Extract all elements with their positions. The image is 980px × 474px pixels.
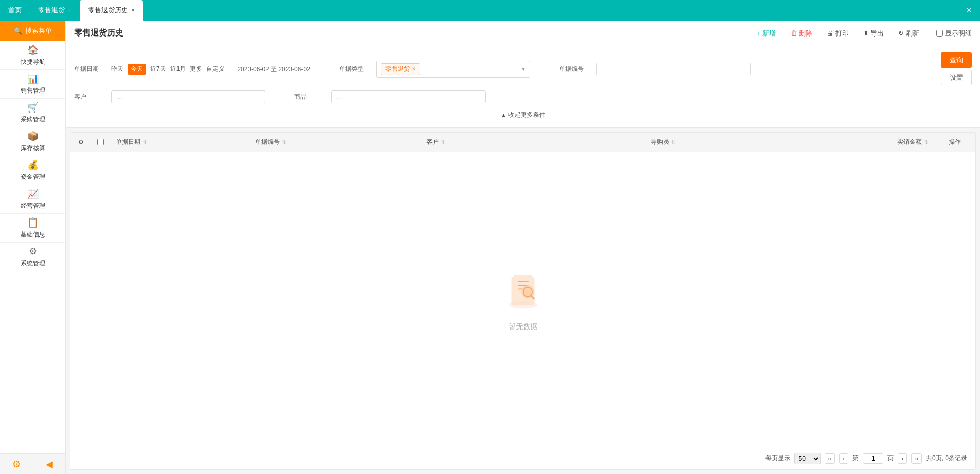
page-header: 零售退货历史 + 新增 🗑 删除 🖨 打印 ⬆ 导出 ↻ 刷新 显示明细 xyxy=(66,21,980,46)
tab-retail-return-close[interactable]: × xyxy=(68,7,72,14)
customer-input[interactable]: ... xyxy=(111,90,265,103)
sidebar-item-finance[interactable]: 💰 资金管理 xyxy=(0,156,65,185)
query-setting-buttons: 查询 设置 xyxy=(941,52,972,85)
goods-filter-label: 商品 xyxy=(294,93,323,101)
sidebar-label-operation: 经营管理 xyxy=(21,202,45,210)
inventory-icon: 📦 xyxy=(27,131,39,142)
sidebar-label-sales-mgmt: 销售管理 xyxy=(21,86,45,95)
operation-icon: 📈 xyxy=(27,188,39,199)
collapse-up-icon: ▲ xyxy=(501,112,507,119)
first-page-button[interactable]: « xyxy=(825,453,835,464)
finance-icon: 💰 xyxy=(27,159,39,171)
tab-retail-return[interactable]: 零售退货 × xyxy=(30,0,80,21)
th-action: 操作 xyxy=(934,133,975,152)
doc-type-tag-close[interactable]: × xyxy=(412,65,416,72)
doc-type-chevron: ▼ xyxy=(521,66,526,72)
sidebar-item-operation[interactable]: 📈 经营管理 xyxy=(0,185,65,214)
table-area: ⚙ 单据日期 ⇅ 单据编号 ⇅ 客户 ⇅ 导购员 xyxy=(70,132,976,470)
content-area: 零售退货历史 + 新增 🗑 删除 🖨 打印 ⬆ 导出 ↻ 刷新 显示明细 单据日… xyxy=(66,21,980,474)
th-number[interactable]: 单据编号 ⇅ xyxy=(249,133,420,152)
close-all-tabs[interactable]: × xyxy=(966,5,972,16)
doc-type-tag: 零售退货 × xyxy=(381,63,420,75)
page-size-label: 每页显示 xyxy=(765,454,790,463)
page-label: 第 xyxy=(852,454,859,463)
last-page-button[interactable]: » xyxy=(911,453,922,464)
collapse-filter-btn[interactable]: ▲ 收起更多条件 xyxy=(74,108,972,121)
query-button[interactable]: 查询 xyxy=(941,52,972,68)
sidebar-search-label: 搜索菜单 xyxy=(25,26,52,35)
tab-bar: 首页 零售退货 × 零售退货历史 × × xyxy=(0,0,980,21)
collapse-sidebar-icon[interactable]: ◀ xyxy=(46,459,53,470)
table-header: ⚙ 单据日期 ⇅ 单据编号 ⇅ 客户 ⇅ 导购员 xyxy=(70,133,975,152)
empty-state: 暂无数据 xyxy=(70,152,975,447)
system-mgmt-icon: ⚙ xyxy=(29,246,37,257)
page-size-select[interactable]: 10 20 50 100 xyxy=(794,453,821,464)
page-unit: 页 xyxy=(887,454,894,463)
print-button[interactable]: 🖨 打印 xyxy=(823,27,853,40)
filter-row-2: 客户 ... 商品 ... xyxy=(74,90,972,103)
sidebar-label-basic-info: 基础信息 xyxy=(21,230,45,239)
show-detail-input[interactable] xyxy=(936,30,943,37)
date-more[interactable]: 更多 xyxy=(190,65,202,74)
page-number-input[interactable] xyxy=(863,453,883,464)
empty-text: 暂无数据 xyxy=(509,322,538,332)
refresh-button[interactable]: ↻ 刷新 xyxy=(894,27,923,40)
tab-home[interactable]: 首页 xyxy=(0,0,30,21)
page-title: 零售退货历史 xyxy=(74,28,123,39)
th-date[interactable]: 单据日期 ⇅ xyxy=(110,133,249,152)
sidebar-item-inventory[interactable]: 📦 库存核算 xyxy=(0,127,65,156)
date-range-text: 2023-06-02 至 2023-06-02 xyxy=(237,65,310,74)
tab-retail-return-history-close[interactable]: × xyxy=(131,7,135,14)
type-filter-label: 单据类型 xyxy=(339,65,368,74)
sidebar-item-basic-info[interactable]: 📋 基础信息 xyxy=(0,214,65,243)
date-today[interactable]: 今天 xyxy=(128,64,146,75)
settings-bottom-icon[interactable]: ⚙ xyxy=(12,459,21,470)
date-7days[interactable]: 近7天 xyxy=(150,65,166,74)
th-amount[interactable]: 实销金额 ⇅ xyxy=(816,133,934,152)
date-range-display: 2023-06-02 至 2023-06-02 xyxy=(237,64,310,74)
new-button[interactable]: + 新增 xyxy=(753,27,780,40)
sidebar-label-purchase-mgmt: 采购管理 xyxy=(21,115,45,124)
date-custom[interactable]: 自定义 xyxy=(206,65,225,74)
th-customer[interactable]: 客户 ⇅ xyxy=(420,133,645,152)
export-button[interactable]: ⬆ 导出 xyxy=(859,27,888,40)
show-detail-checkbox[interactable]: 显示明细 xyxy=(936,29,972,38)
guide-sort-icon: ⇅ xyxy=(671,139,675,145)
goods-input[interactable]: ... xyxy=(331,90,486,103)
tab-retail-return-history[interactable]: 零售退货历史 × xyxy=(80,0,143,21)
number-filter-label: 单据编号 xyxy=(559,65,588,74)
sidebar-item-purchase-mgmt[interactable]: 🛒 采购管理 xyxy=(0,99,65,127)
customer-filter-label: 客户 xyxy=(74,93,103,101)
delete-button[interactable]: 🗑 删除 xyxy=(787,27,817,40)
th-guide[interactable]: 导购员 ⇅ xyxy=(645,133,816,152)
sidebar-item-system-mgmt[interactable]: ⚙ 系统管理 xyxy=(0,243,65,271)
customer-sort-icon: ⇅ xyxy=(441,139,445,145)
select-all-checkbox[interactable] xyxy=(97,139,104,145)
date-1month[interactable]: 近1月 xyxy=(170,65,186,74)
next-page-button[interactable]: › xyxy=(898,453,907,464)
sidebar-item-quick-nav[interactable]: 🏠 快捷导航 xyxy=(0,41,65,70)
sidebar-nav: 🏠 快捷导航 📊 销售管理 🛒 采购管理 📦 库存核算 💰 资金管理 📈 xyxy=(0,41,65,453)
date-yesterday[interactable]: 昨天 xyxy=(111,65,123,74)
sidebar-label-system-mgmt: 系统管理 xyxy=(21,259,45,268)
prev-page-button[interactable]: ‹ xyxy=(839,453,848,464)
empty-icon xyxy=(500,268,546,314)
doc-number-input[interactable] xyxy=(596,63,751,75)
sidebar-label-finance: 资金管理 xyxy=(21,173,45,181)
setting-button[interactable]: 设置 xyxy=(941,70,972,85)
sidebar-label-quick-nav: 快捷导航 xyxy=(21,58,45,66)
search-icon: 🔍 xyxy=(14,27,22,35)
pagination: 每页显示 10 20 50 100 « ‹ 第 页 › » 共0页, 0条记录 xyxy=(70,447,975,469)
sidebar-search[interactable]: 🔍 搜索菜单 xyxy=(0,21,65,41)
sidebar-label-inventory: 库存核算 xyxy=(21,144,45,153)
amount-sort-icon: ⇅ xyxy=(924,139,928,145)
sidebar-item-sales-mgmt[interactable]: 📊 销售管理 xyxy=(0,70,65,99)
number-sort-icon: ⇅ xyxy=(282,139,286,145)
doc-type-select[interactable]: 零售退货 × ▼ xyxy=(376,61,530,78)
date-shortcuts: 昨天 今天 近7天 近1月 更多 自定义 xyxy=(111,64,225,75)
th-checkbox[interactable] xyxy=(91,133,110,152)
filter-area: 单据日期 昨天 今天 近7天 近1月 更多 自定义 2023-06-02 至 2… xyxy=(66,46,980,128)
th-settings[interactable]: ⚙ xyxy=(70,133,91,152)
purchase-mgmt-icon: 🛒 xyxy=(27,102,39,113)
sidebar-bottom: ⚙ ◀ xyxy=(0,453,65,474)
